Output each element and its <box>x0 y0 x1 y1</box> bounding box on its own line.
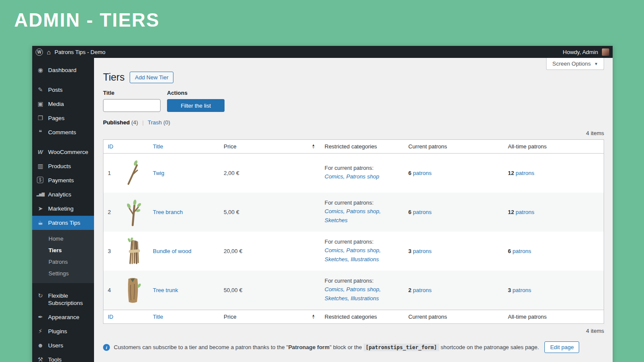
sidebar-item-label: Appearance <box>48 314 79 321</box>
sidebar-item-media[interactable]: ▣ Media <box>32 97 94 111</box>
table-row: 2 Tree branch 5,00 € <box>103 193 604 232</box>
sidebar-item-patrons-tips[interactable]: ☕ Patrons Tips <box>32 216 94 230</box>
tier-title-link[interactable]: Tree branch <box>153 209 183 215</box>
home-icon[interactable]: ⌂ <box>47 48 51 56</box>
add-new-tier-button[interactable]: Add New Tier <box>130 72 173 83</box>
current-patrons-link[interactable]: 6 patrons <box>408 209 431 215</box>
chevron-down-icon: ▼ <box>594 62 598 66</box>
sort-arrows-icon[interactable]: ▲ ▼ <box>312 314 315 320</box>
current-patrons-label: patrons <box>413 170 431 176</box>
filter-the-list-button[interactable]: Filter the list <box>167 99 225 112</box>
products-icon: ▥ <box>36 163 44 170</box>
tier-title-link[interactable]: Twig <box>153 170 164 176</box>
appearance-icon: ✒ <box>36 314 44 321</box>
plugins-icon: ⚡ <box>36 328 44 335</box>
alltime-patrons-link[interactable]: 3 patrons <box>508 287 531 293</box>
restricted-category-links[interactable]: Comics, Patrons shop, Sketches, Illustra… <box>325 246 401 263</box>
info-icon: i <box>103 344 110 351</box>
restricted-heading: For current patrons: <box>325 199 401 206</box>
tree-branch-thumbnail-image[interactable] <box>124 198 143 227</box>
sidebar-item-label: Users <box>48 342 63 349</box>
sidebar-item-payments[interactable]: $ Payments <box>32 173 94 187</box>
twig-thumbnail-image[interactable] <box>124 160 143 187</box>
note-patronage-form-bold: Patronage form <box>288 344 329 350</box>
users-icon: ☻ <box>36 342 44 349</box>
alltime-patrons-link[interactable]: 12 patrons <box>508 209 534 215</box>
footer-column-price[interactable]: Price <box>224 314 237 320</box>
note-text: Customers can subscribe to a tier and be… <box>114 344 539 350</box>
tiers-table: ID Title Price ▲ ▼ Restricted categories… <box>103 139 604 324</box>
restricted-heading: For current patrons: <box>325 165 401 171</box>
published-filter-link[interactable]: Published <box>103 119 130 126</box>
restricted-category-links[interactable]: Comics, Patrons shop <box>325 172 401 181</box>
submenu-item-patrons[interactable]: Patrons <box>32 256 94 268</box>
tier-id: 1 <box>103 166 121 181</box>
sidebar-item-woocommerce[interactable]: W WooCommerce <box>32 145 94 159</box>
published-count: (4) <box>131 119 138 126</box>
sidebar-item-dashboard[interactable]: ◉ Dashboard <box>32 63 94 77</box>
alltime-patrons-label: patrons <box>516 209 534 215</box>
restricted-heading: For current patrons: <box>325 278 401 284</box>
sidebar-item-label: Media <box>48 100 64 108</box>
sidebar-item-label: Plugins <box>48 328 67 335</box>
tier-id: 3 <box>103 244 121 259</box>
table-row: 4 Tree trunk 50,00 € For current p <box>103 271 604 310</box>
alltime-patrons-link[interactable]: 12 patrons <box>508 170 534 176</box>
column-header-title[interactable]: Title <box>149 140 220 153</box>
edit-page-button[interactable]: Edit page <box>544 341 579 353</box>
admin-sidebar: ◉ Dashboard ✎ Posts ▣ Media ❐ Pages ❝ Co… <box>32 58 94 362</box>
sidebar-item-users[interactable]: ☻ Users <box>32 338 94 353</box>
site-name-link[interactable]: Patrons Tips - Demo <box>55 49 106 55</box>
sidebar-item-appearance[interactable]: ✒ Appearance <box>32 310 94 324</box>
sidebar-item-plugins[interactable]: ⚡ Plugins <box>32 324 94 338</box>
tier-price: 5,00 € <box>220 205 321 220</box>
current-patrons-count: 3 <box>408 248 411 254</box>
sidebar-item-comments[interactable]: ❝ Comments <box>32 125 94 139</box>
alltime-patrons-label: patrons <box>513 287 531 293</box>
footer-column-id[interactable]: ID <box>103 310 121 323</box>
table-footer-header: ID Title Price ▲ ▼ Restricted categories… <box>103 310 604 323</box>
items-count-top: 4 items <box>103 130 604 136</box>
submenu-item-tiers[interactable]: Tiers <box>32 244 94 256</box>
sidebar-item-pages[interactable]: ❐ Pages <box>32 111 94 125</box>
sort-desc-icon: ▼ <box>312 147 315 149</box>
column-header-price[interactable]: Price <box>224 143 237 150</box>
restricted-category-links[interactable]: Comics, Patrons shop, Sketches <box>325 207 401 224</box>
alltime-patrons-label: patrons <box>516 170 534 176</box>
column-header-id[interactable]: ID <box>103 140 121 153</box>
tree-trunk-thumbnail-image[interactable] <box>124 276 142 305</box>
trash-filter-link[interactable]: Trash <box>148 119 162 126</box>
sidebar-item-flexible-subscriptions[interactable]: ↻ Flexible Subscriptions <box>32 289 94 310</box>
page-title: Tiers <box>103 72 125 83</box>
payments-icon: $ <box>37 177 43 183</box>
submenu-item-home[interactable]: Home <box>32 233 94 244</box>
sidebar-item-tools[interactable]: ⚒ Tools <box>32 353 94 362</box>
restricted-category-links[interactable]: Comics, Patrons shop, Sketches, Illustra… <box>325 285 401 302</box>
current-patrons-label: patrons <box>413 209 431 215</box>
sidebar-item-products[interactable]: ▥ Products <box>32 159 94 173</box>
bundle-of-wood-thumbnail-image[interactable] <box>124 238 143 265</box>
current-patrons-link[interactable]: 2 patrons <box>408 287 431 293</box>
user-avatar[interactable] <box>602 48 609 56</box>
footer-column-title[interactable]: Title <box>149 310 220 323</box>
tier-title-link[interactable]: Bundle of wood <box>153 248 191 254</box>
alltime-patrons-link[interactable]: 6 patrons <box>508 248 531 254</box>
screen-options-button[interactable]: Screen Options ▼ <box>546 58 604 70</box>
sidebar-item-analytics[interactable]: ▂▅▇ Analytics <box>32 187 94 202</box>
footer-column-restricted-categories: Restricted categories <box>321 310 405 323</box>
sort-arrows-icon[interactable]: ▲ ▼ <box>312 144 315 149</box>
trash-count: (0) <box>163 119 170 126</box>
sidebar-item-label: Pages <box>48 115 64 122</box>
sidebar-item-posts[interactable]: ✎ Posts <box>32 83 94 97</box>
filter-separator: | <box>142 119 143 126</box>
column-header-restricted-categories: Restricted categories <box>321 140 405 153</box>
howdy-admin-link[interactable]: Howdy, Admin <box>563 49 598 55</box>
wordpress-logo-icon[interactable]: W <box>36 48 43 56</box>
current-patrons-link[interactable]: 6 patrons <box>408 170 431 176</box>
wordpress-admin-window: W ⌂ Patrons Tips - Demo Howdy, Admin ◉ D… <box>32 46 613 362</box>
current-patrons-link[interactable]: 3 patrons <box>408 248 431 254</box>
title-filter-input[interactable] <box>103 99 161 112</box>
submenu-item-settings[interactable]: Settings <box>32 268 94 279</box>
tier-title-link[interactable]: Tree trunk <box>153 287 178 293</box>
sidebar-item-marketing[interactable]: ➤ Marketing <box>32 202 94 216</box>
